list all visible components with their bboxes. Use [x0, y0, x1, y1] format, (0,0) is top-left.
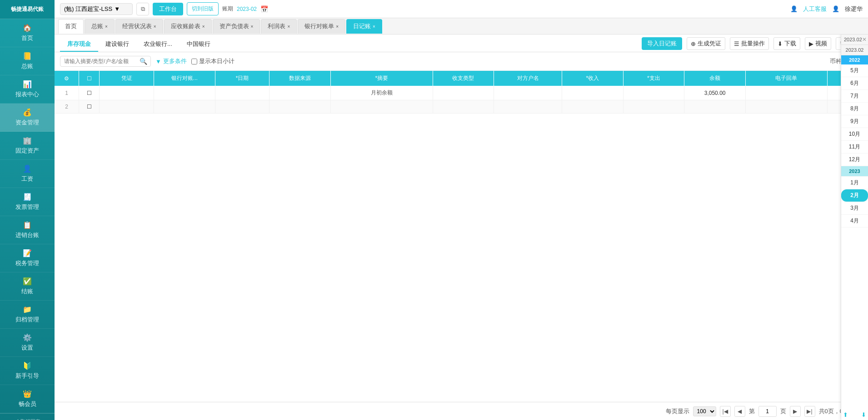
search-input[interactable] [60, 56, 151, 67]
row2-check[interactable]: ☐ [79, 100, 100, 114]
tab-status[interactable]: 经营状况表 × [115, 19, 163, 34]
subtab-abc[interactable]: 农业银行... [136, 37, 180, 52]
col-setting[interactable]: ⚙ [55, 71, 79, 86]
tab-home[interactable]: 首页 [58, 19, 84, 34]
month-8[interactable]: 8月 [841, 103, 868, 115]
page-size-select[interactable]: 100 50 200 [693, 406, 716, 416]
close-tab-receivable[interactable]: × [202, 24, 205, 29]
main-area: (勉) 江西超宝-LSS ▼ ⧉ 工作台 切到旧版 账期 2023-02 📅 👤… [55, 0, 868, 420]
subtab-ccb[interactable]: 建设银行 [98, 37, 136, 52]
tab-profit[interactable]: 利润表 × [261, 19, 297, 34]
sidebar-item-guide[interactable]: 🔰 新手引导 [0, 357, 55, 385]
close-tab-status[interactable]: × [154, 24, 156, 29]
tax-icon: 📝 [23, 249, 32, 257]
first-page-button[interactable]: |◀ [720, 406, 731, 417]
row2-voucher [100, 100, 154, 114]
sidebar-item-ledger[interactable]: 📒 总账 [0, 47, 55, 75]
last-page-button[interactable]: ▶| [804, 406, 815, 417]
col-check[interactable]: ☐ [79, 71, 100, 86]
import-journal-button[interactable]: 导入日记账 [642, 37, 682, 50]
more-filter-button[interactable]: ▼ 更多条件 [155, 57, 187, 65]
company-selector[interactable]: (勉) 江西超宝-LSS ▼ [60, 3, 133, 15]
month-3-2023[interactable]: 3月 [841, 202, 868, 215]
table-row: 1 ☐ 月初余额 3,050.00 [55, 86, 868, 100]
row2-index: 2 [55, 100, 79, 114]
topbar: (勉) 江西超宝-LSS ▼ ⧉ 工作台 切到旧版 账期 2023-02 📅 👤… [55, 0, 868, 18]
month-12[interactable]: 12月 [841, 153, 868, 166]
switch-version-button[interactable]: 切到旧版 [187, 2, 219, 15]
sidebar-item-salary[interactable]: 👤 工资 [0, 160, 55, 188]
batch-operation-button[interactable]: ☰ 批量操作 [730, 37, 769, 50]
show-daily-total-checkbox[interactable]: 显示本日小计 [191, 57, 234, 65]
date-nav-prev[interactable]: ⬆ [843, 411, 848, 418]
col-balance: 余额 [684, 71, 746, 86]
copy-icon: ⧉ [141, 5, 145, 13]
row1-expense [623, 86, 684, 100]
month-4-2023[interactable]: 4月 [841, 215, 868, 227]
sidebar-item-member[interactable]: 👑 畅会员 [0, 385, 55, 413]
service-button[interactable]: 人工客服 [803, 5, 827, 13]
sidebar-item-settings[interactable]: ⚙️ 设置 [0, 329, 55, 357]
close-tab-assets[interactable]: × [251, 24, 254, 29]
sidebar-item-reports[interactable]: 📊 报表中心 [0, 75, 55, 104]
ledger-icon: 📒 [23, 52, 32, 60]
close-tab-profit[interactable]: × [287, 24, 290, 29]
tab-assets[interactable]: 资产负债表 × [213, 19, 260, 34]
col-expense: *支出 [623, 71, 684, 86]
period-value[interactable]: 2023-02 [237, 6, 257, 12]
sidebar-item-tax[interactable]: 📝 税务管理 [0, 244, 55, 272]
close-tab-journal[interactable]: × [373, 24, 375, 29]
page-number-input[interactable] [758, 406, 777, 417]
tab-bank-label: 银行对账单 [304, 22, 334, 30]
settings-icon: ⚙️ [23, 333, 32, 342]
sidebar-item-label: 总账 [21, 62, 33, 70]
tab-bank[interactable]: 银行对账单 × [298, 19, 345, 34]
sidebar-item-fixed[interactable]: 🏢 固定资产 [0, 132, 55, 160]
month-10[interactable]: 10月 [841, 128, 868, 141]
sidebar-item-sales[interactable]: 📋 进销台账 [0, 216, 55, 244]
prev-page-button[interactable]: ◀ [734, 406, 745, 417]
download-icon: ⬇ [778, 40, 783, 47]
subtab-cash[interactable]: 库存现金 [60, 37, 98, 52]
close-tab-bank[interactable]: × [336, 24, 339, 29]
col-opponent: 对方户名 [494, 71, 562, 86]
col-income: *收入 [562, 71, 623, 86]
sidebar-item-archive[interactable]: 📁 归档管理 [0, 301, 55, 329]
user-name[interactable]: 徐逻华 [845, 5, 863, 13]
subtab-boc[interactable]: 中国银行 [180, 37, 218, 52]
date-panel-close-icon[interactable]: ✕ [862, 36, 867, 43]
copy-button[interactable]: ⧉ [136, 3, 149, 15]
row1-check[interactable]: ☐ [79, 86, 100, 100]
month-2-2023[interactable]: 2月 [841, 189, 868, 202]
generate-voucher-button[interactable]: ⊕ 生成凭证 [687, 37, 725, 50]
sidebar-item-capital[interactable]: 💰 资金管理 [0, 104, 55, 132]
sidebar-item-invoice[interactable]: 🧾 发票管理 [0, 188, 55, 216]
row2-expense [623, 100, 684, 114]
video-button[interactable]: ▶ 视频 [805, 37, 831, 50]
unpin-button[interactable]: ◀ 取消固定 [0, 413, 55, 420]
row1-source [269, 86, 331, 100]
sidebar-item-home[interactable]: 🏠 首页 [0, 19, 55, 47]
close-period-icon: ✅ [23, 277, 32, 286]
workbench-button[interactable]: 工作台 [153, 3, 183, 15]
close-tab-ledger[interactable]: × [105, 24, 108, 29]
tab-ledger[interactable]: 总账 × [85, 19, 115, 34]
tab-journal[interactable]: 日记账 × [346, 19, 382, 34]
date-nav-next[interactable]: ⬇ [861, 411, 866, 418]
month-9[interactable]: 9月 [841, 115, 868, 128]
month-7[interactable]: 7月 [841, 90, 868, 103]
month-11[interactable]: 11月 [841, 141, 868, 153]
tab-receivable[interactable]: 应收账龄表 × [164, 19, 212, 34]
month-5[interactable]: 5月 [841, 64, 868, 77]
month-6[interactable]: 6月 [841, 77, 868, 90]
row2-source [269, 100, 331, 114]
calendar-icon[interactable]: 📅 [260, 5, 268, 13]
sidebar-item-close[interactable]: ✅ 结账 [0, 272, 55, 301]
daily-checkbox-input[interactable] [191, 59, 197, 64]
download-button[interactable]: ⬇ 下载 [773, 37, 800, 50]
col-ereceipt: 电子回单 [745, 71, 827, 86]
month-1-2023[interactable]: 1月 [841, 177, 868, 189]
reports-icon: 📊 [23, 80, 32, 89]
subtab-actions: 导入日记账 ⊕ 生成凭证 ☰ 批量操作 ⬇ 下载 ▶ [642, 37, 863, 52]
next-page-button[interactable]: ▶ [790, 406, 801, 417]
